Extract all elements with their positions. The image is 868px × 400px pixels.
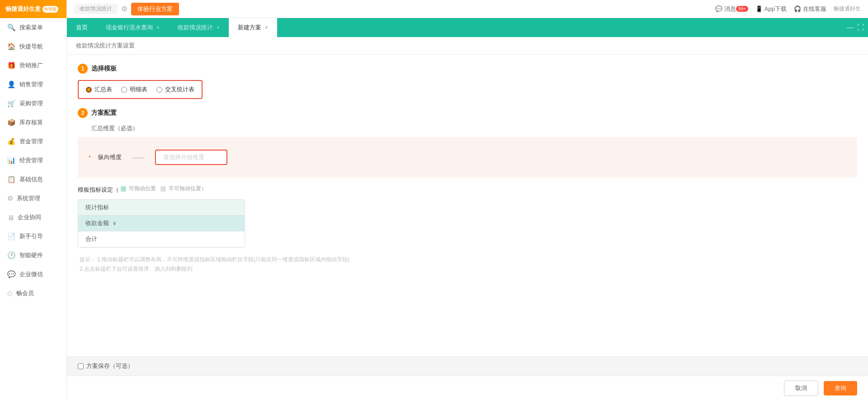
sidebar-item-management[interactable]: 📊 经营管理 <box>0 151 66 170</box>
sidebar-item-finance[interactable]: 💰 资金管理 <box>0 132 66 151</box>
radio-cross[interactable]: 交叉统计表 <box>156 85 194 94</box>
sidebar-item-label: 经营管理 <box>19 156 43 165</box>
save-checkbox[interactable] <box>78 363 84 369</box>
sidebar-item-nav[interactable]: 🏠 快捷导航 <box>0 37 66 56</box>
industry-button[interactable]: 体验行业方案 <box>131 3 179 15</box>
online-service-btn[interactable]: 🎧 在线客服 <box>794 5 826 13</box>
arrow-icon: —— <box>132 154 144 161</box>
sidebar-item-system[interactable]: ⚙ 系统管理 <box>0 189 66 208</box>
tab-collection-stats-label: 收款情况统计 <box>178 24 213 32</box>
sidebar-item-guide[interactable]: 📄 新手引导 <box>0 227 66 246</box>
tip-line-1: 提示： 1.拖动标题栏可以调整布局，不可跨维度或指标区域拖动栏目字段(只能在同一… <box>80 255 857 265</box>
step2-label: 2 方案配置 <box>78 108 857 118</box>
sidebar-item-label: 企业协同 <box>18 213 41 221</box>
tab-collection-stats[interactable]: 收款情况统计 × <box>169 18 229 37</box>
sidebar-item-wechat[interactable]: 💬 企业微信 <box>0 265 66 284</box>
sidebar-item-member[interactable]: ◇ 畅会员 <box>0 284 66 303</box>
member-icon: ◇ <box>7 289 13 297</box>
form-area: 1 选择模板 汇总表 明细表 交叉统计表 <box>67 55 868 356</box>
page-header-title: 收款情况统计方案设置 <box>76 42 135 49</box>
metric-total-label: 合计 <box>85 235 97 242</box>
sidebar-item-inventory[interactable]: 📦 库存核算 <box>0 113 66 132</box>
topbar-left: 收款情况统计 ⚙ 体验行业方案 <box>74 3 179 15</box>
non-draggable-dot <box>160 186 166 192</box>
online-service-label: 在线客服 <box>803 5 826 13</box>
dimension-row: * 纵向维度 —— 请选择分组维度 <box>89 150 227 165</box>
wechat-icon: 💬 <box>7 270 16 278</box>
metric-chevron-icon[interactable]: ∨ <box>113 220 117 226</box>
app-download-btn[interactable]: 📱 App下载 <box>755 5 787 13</box>
radio-summary[interactable]: 汇总表 <box>86 85 112 94</box>
legend-draggable-item: 可拖动位置 <box>121 185 156 193</box>
step2-number: 2 <box>78 108 88 118</box>
tab-home[interactable]: 首页 <box>67 18 97 37</box>
tab-new-plan-label: 新建方案 <box>238 24 261 32</box>
metric-row-total: 合计 <box>78 231 245 247</box>
radio-summary-label: 汇总表 <box>94 85 112 94</box>
metrics-table: 统计指标 收款金额 ∨ 合计 <box>78 199 245 248</box>
sidebar-item-search[interactable]: 🔍 搜索菜单 <box>0 18 66 37</box>
stats-label: 统计指标 <box>85 203 109 212</box>
radio-cross-input[interactable] <box>156 87 162 93</box>
monitor-icon: 🖥 <box>7 214 14 221</box>
headset-icon: 🎧 <box>794 5 801 12</box>
sidebar-item-enterprise[interactable]: 🖥 企业协同 <box>0 208 66 227</box>
user-icon: 👤 <box>7 80 16 89</box>
radio-detail-input[interactable] <box>121 87 127 93</box>
cart-icon: 🛒 <box>7 99 16 108</box>
home-icon: 🏠 <box>7 42 16 51</box>
notification-btn[interactable]: 💬 消息 99+ <box>715 5 748 13</box>
chart-icon: 📊 <box>7 156 16 165</box>
app-download-label: App下载 <box>764 5 787 13</box>
dimension-title: 汇总维度（必选） <box>91 124 857 132</box>
step1-section: 1 选择模板 汇总表 明细表 交叉统计表 <box>78 64 857 99</box>
sidebar-item-label: 库存核算 <box>19 118 43 127</box>
tab-minimize-btn[interactable]: — <box>846 24 854 32</box>
step1-label: 1 选择模板 <box>78 64 857 74</box>
sidebar-item-purchase[interactable]: 🛒 采购管理 <box>0 94 66 113</box>
sidebar-item-sales[interactable]: 👤 销售管理 <box>0 75 66 94</box>
tab-new-plan[interactable]: 新建方案 × <box>229 18 277 37</box>
sidebar-item-label: 新手引导 <box>19 232 43 240</box>
tab-bank-flow[interactable]: 现金银行流水查询 × <box>97 18 169 37</box>
sidebar-item-label: 采购管理 <box>19 99 43 108</box>
mobile-icon: 📱 <box>755 5 763 12</box>
sidebar-item-hardware[interactable]: 🕐 智能硬件 <box>0 246 66 265</box>
radio-summary-input[interactable] <box>86 87 92 93</box>
sidebar: 畅捷通好生意 标准版 🔍 搜索菜单 🏠 快捷导航 🎁 营销推广 👤 销售管理 🛒… <box>0 0 67 400</box>
sidebar-item-label: 搜索菜单 <box>19 24 43 32</box>
metric-row-collection[interactable]: 收款金额 ∨ <box>78 216 245 231</box>
radio-detail-label: 明细表 <box>130 85 147 94</box>
doc-icon: 📄 <box>7 232 16 240</box>
metrics-config: 模板指标设定（ 可拖动位置 不可拖动位置） <box>78 185 857 274</box>
tip-text-1: 提示： 1.拖动标题栏可以调整布局，不可跨维度或指标区域拖动栏目字段(只能在同一… <box>80 255 349 265</box>
sidebar-item-basic[interactable]: 📋 基础信息 <box>0 170 66 189</box>
step1-number: 1 <box>78 64 88 74</box>
dimension-select[interactable]: 请选择分组维度 <box>155 150 227 165</box>
legend-non-draggable-label: 不可拖动位置） <box>169 185 207 193</box>
tab-new-plan-close[interactable]: × <box>265 24 268 31</box>
tab-bank-flow-close[interactable]: × <box>156 24 160 31</box>
settings-icon[interactable]: ⚙ <box>121 5 127 13</box>
gift-icon: 🎁 <box>7 61 16 70</box>
tab-collection-stats-close[interactable]: × <box>217 24 220 31</box>
save-section: 方案保存（可选） <box>67 356 868 376</box>
step2-title: 方案配置 <box>91 109 117 117</box>
metrics-title-row: 模板指标设定（ 可拖动位置 不可拖动位置） <box>78 185 857 194</box>
box-icon: 📦 <box>7 118 16 127</box>
hardware-icon: 🕐 <box>7 251 16 259</box>
cancel-button[interactable]: 取消 <box>784 381 818 396</box>
step1-title: 选择模板 <box>91 65 117 73</box>
tab-bar: 首页 现金银行流水查询 × 收款情况统计 × 新建方案 × — ⛶ <box>67 18 868 37</box>
query-button[interactable]: 查询 <box>824 381 857 395</box>
radio-detail[interactable]: 明细表 <box>121 85 147 94</box>
topbar: 收款情况统计 ⚙ 体验行业方案 💬 消息 99+ 📱 App下载 🎧 在线客服 … <box>67 0 868 18</box>
tab-maximize-btn[interactable]: ⛶ <box>857 24 864 32</box>
tips-area: 提示： 1.拖动标题栏可以调整布局，不可跨维度或指标区域拖动栏目字段(只能在同一… <box>78 255 857 274</box>
dimension-area: * 纵向维度 —— 请选择分组维度 <box>78 137 857 178</box>
tip-line-2: 2.点击标题栏下拉可设置排序、插入列和删除列 <box>80 264 857 274</box>
radio-cross-label: 交叉统计表 <box>165 85 194 94</box>
tabs-right-controls: — ⛶ <box>846 24 868 32</box>
sidebar-item-label: 销售管理 <box>19 80 43 89</box>
sidebar-item-marketing[interactable]: 🎁 营销推广 <box>0 56 66 75</box>
